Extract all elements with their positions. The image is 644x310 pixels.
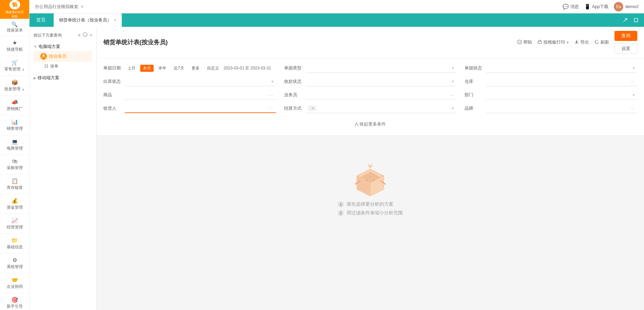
sidebar-item-newuser[interactable]: 🎯 新手引导 bbox=[0, 293, 29, 310]
filter-area: 单据日期 上月 本月 本年 近7天 更多 自定义 2023-03-01 至 20… bbox=[97, 58, 644, 136]
user-menu[interactable]: Ea demo2 bbox=[614, 2, 639, 11]
template-print-icon bbox=[537, 40, 542, 45]
edit-scheme-icon[interactable]: ⋯ bbox=[83, 32, 88, 38]
sidebar-item-sales[interactable]: 📊 销售管理 bbox=[0, 115, 29, 135]
stock-control[interactable]: ▾ bbox=[125, 77, 276, 86]
goods-control[interactable]: ··· bbox=[125, 90, 276, 100]
filter-warehouse-item: 仓库 ··· bbox=[465, 77, 637, 86]
sidebar-item-system[interactable]: ⚙ 系统管理 bbox=[0, 254, 29, 273]
sidebar-item-quick[interactable]: ★ 快捷导航 bbox=[0, 36, 29, 56]
help-label: 帮助 bbox=[523, 39, 532, 45]
date-btn-more[interactable]: 更多 bbox=[189, 65, 202, 72]
content-area: 按以下方案查询 + ⋯ « ▼ 电脑端方案 bbox=[30, 27, 644, 310]
filter-row-4: 收货人 ··· 结算方式 × bbox=[103, 104, 637, 113]
mobile-group-label: 移动端方案 bbox=[38, 75, 59, 81]
help-btn[interactable]: ? 帮助 bbox=[517, 39, 532, 45]
sidebar-item-basic[interactable]: 📁 基础信息 bbox=[0, 234, 29, 254]
sidebar-item-inventory[interactable]: 📋 库存核算 bbox=[0, 174, 29, 194]
app-download-btn[interactable]: 📱 App下载 bbox=[584, 4, 608, 10]
doctype-label: 单据类型 bbox=[284, 65, 303, 71]
template-print-btn[interactable]: 按模板打印 ▾ bbox=[537, 39, 569, 45]
mobile-scheme-group: ▶ 移动端方案 bbox=[30, 72, 96, 84]
sidebar-item-operation[interactable]: 📈 经营管理 bbox=[0, 214, 29, 234]
tab-expand-btn[interactable] bbox=[632, 16, 640, 24]
goods-dots-icon[interactable]: ··· bbox=[269, 92, 273, 98]
sidebar-item-finance[interactable]: 💰 资金管理 bbox=[0, 194, 29, 214]
svg-line-0 bbox=[624, 18, 627, 22]
empty-instructions: 1 请先选择要分析的方案 2 用过滤条件来缩小分析范围 bbox=[338, 201, 403, 216]
empty-illustration bbox=[350, 162, 390, 196]
header-left: 办公用品行业模拟账套 ▾ bbox=[35, 4, 84, 10]
breadcrumb-dropdown-icon[interactable]: ▾ bbox=[81, 4, 84, 9]
docstatus-control[interactable]: ▾ bbox=[486, 63, 637, 73]
step-1-text: 请先选择要分析的方案 bbox=[346, 201, 393, 207]
warehouse-control[interactable]: ··· bbox=[486, 77, 637, 86]
doctype-control[interactable]: ▾ bbox=[306, 63, 457, 73]
basic-icon: 📁 bbox=[1, 237, 28, 244]
sidebar-item-wholesale[interactable]: 📦 批发管理 ▲ bbox=[0, 76, 29, 96]
desktop-group-title[interactable]: ▼ 电脑端方案 bbox=[34, 42, 92, 51]
consignee-dots-icon[interactable]: ··· bbox=[269, 105, 273, 111]
page-title-bar: 销货单统计表(按业务员) ? 帮助 按模板打印 ▾ bbox=[97, 27, 644, 58]
sidebar-item-ecom[interactable]: 💻 电商管理 bbox=[0, 135, 29, 155]
step-1-num: 1 bbox=[338, 201, 344, 207]
collapse-panel-icon[interactable]: « bbox=[90, 32, 92, 38]
collapse-row: ⋀ 收起更多条件 bbox=[103, 117, 637, 130]
quick-icon: ★ bbox=[1, 40, 28, 46]
tab-minimize-btn[interactable] bbox=[621, 16, 629, 24]
date-btn-last-month[interactable]: 上月 bbox=[125, 65, 138, 72]
message-btn[interactable]: 💬 消息 bbox=[562, 4, 579, 10]
empty-icon-area bbox=[350, 162, 390, 196]
refresh-btn[interactable]: 刷新 bbox=[594, 39, 609, 45]
sidebar-item-retail[interactable]: 🛒 零售管理 ▲ bbox=[0, 56, 29, 76]
brand-dots-icon[interactable]: ··· bbox=[631, 106, 635, 111]
date-btn-custom[interactable]: 自定义 bbox=[204, 65, 222, 72]
sidebar-item-marketing[interactable]: 📣 营销推广 bbox=[0, 96, 29, 115]
settlement-tag-close[interactable]: × bbox=[312, 106, 314, 111]
add-scheme-icon[interactable]: + bbox=[78, 32, 81, 38]
consignee-control[interactable]: ··· bbox=[125, 104, 276, 113]
tab-close-icon[interactable]: × bbox=[114, 18, 116, 22]
salesperson-control[interactable]: ··· bbox=[306, 90, 457, 100]
date-btn-this-month[interactable]: 本月 bbox=[140, 65, 154, 72]
settlement-control[interactable]: × ▾ bbox=[306, 104, 457, 113]
scheme-sub-item-order[interactable]: 按单 bbox=[34, 62, 92, 71]
wholesale-icon: 📦 bbox=[1, 79, 28, 86]
retail-icon: 🛒 bbox=[1, 59, 28, 66]
sidebar-item-cooperation[interactable]: 🤝 企业协同 bbox=[0, 273, 29, 293]
tab-current[interactable]: 销货单统计表（按业务员） × bbox=[54, 13, 122, 27]
tab-current-label: 销货单统计表（按业务员） bbox=[59, 17, 111, 23]
top-header: 办公用品行业模拟账套 ▾ 💬 消息 📱 App下载 Ea demo2 bbox=[30, 0, 644, 13]
brand-control[interactable]: ··· bbox=[486, 104, 637, 113]
tab-home[interactable]: 首页 bbox=[30, 13, 52, 27]
mobile-group-title[interactable]: ▶ 移动端方案 bbox=[34, 73, 92, 82]
receipt-dropdown-icon: ▾ bbox=[452, 79, 454, 84]
settings-button[interactable]: 设置 bbox=[614, 44, 637, 54]
empty-step-2: 2 用过滤条件来缩小分析范围 bbox=[338, 210, 403, 216]
dept-control[interactable]: ▾ bbox=[486, 90, 637, 100]
scheme-item-salesperson[interactable]: 按业务员 bbox=[34, 51, 92, 62]
message-icon: 💬 bbox=[562, 4, 569, 10]
salesperson-label: 业务员 bbox=[284, 92, 303, 98]
sidebar-item-purchase[interactable]: 🛍 采购管理 bbox=[0, 155, 29, 174]
collapse-btn[interactable]: ⋀ 收起更多条件 bbox=[351, 120, 390, 128]
date-label: 单据日期 bbox=[103, 65, 122, 71]
logo-text: 畅捷通好生意 bbox=[6, 10, 24, 14]
warehouse-dots-icon[interactable]: ··· bbox=[631, 79, 635, 84]
brand-label: 品牌 bbox=[465, 105, 483, 111]
expand-icon bbox=[634, 18, 638, 22]
salesperson-dots-icon[interactable]: ··· bbox=[450, 92, 454, 98]
query-button[interactable]: 查询 bbox=[614, 31, 637, 41]
basic-label: 基础信息 bbox=[7, 245, 23, 249]
sales-icon: 📊 bbox=[1, 119, 28, 125]
filter-row-3: 商品 ··· 业务员 ··· bbox=[103, 90, 637, 100]
sidebar-search-menu[interactable]: 🔍 搜索菜单 bbox=[0, 19, 29, 36]
date-btn-this-year[interactable]: 本年 bbox=[156, 65, 169, 72]
date-btn-last7[interactable]: 近7天 bbox=[171, 65, 187, 72]
goods-label: 商品 bbox=[103, 92, 122, 98]
export-btn[interactable]: 导出 bbox=[574, 39, 589, 45]
inventory-icon: 📋 bbox=[1, 178, 28, 184]
system-icon: ⚙ bbox=[1, 257, 28, 263]
step-2-num: 2 bbox=[338, 210, 344, 216]
receipt-control[interactable]: ▾ bbox=[306, 77, 457, 86]
